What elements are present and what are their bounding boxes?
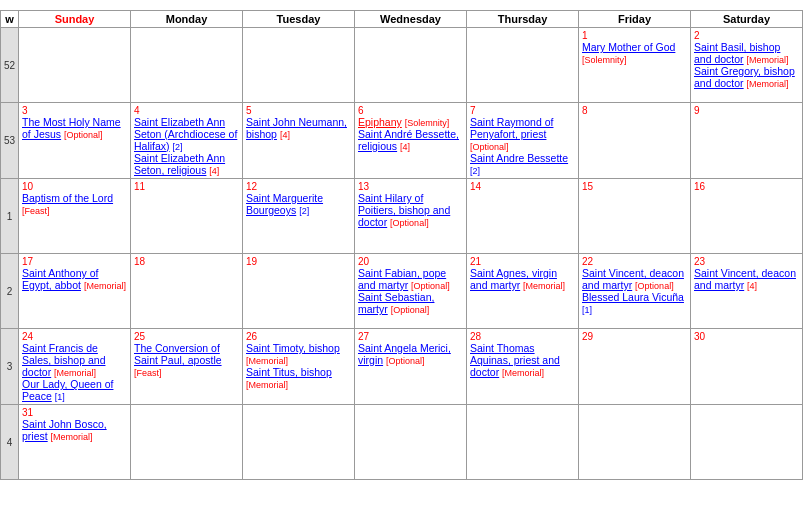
day-number: 13 [358, 181, 463, 192]
feast-entry[interactable]: Saint Andre Bessette [470, 152, 568, 164]
day-number: 27 [358, 331, 463, 342]
feast-entry: [Optional] [635, 281, 674, 291]
day-cell: 11 [131, 179, 243, 254]
day-number: 16 [694, 181, 799, 192]
day-number: 5 [246, 105, 351, 116]
day-cell: 31Saint John Bosco, priest [Memorial] [19, 405, 131, 480]
day-number: 31 [22, 407, 127, 418]
feast-entry[interactable]: Saint Titus, bishop [246, 366, 332, 378]
week-row: 533The Most Holy Name of Jesus [Optional… [1, 103, 803, 179]
day-cell: 2Saint Basil, bishop and doctor [Memoria… [691, 28, 803, 103]
col-header-thursday: Thursday [467, 11, 579, 28]
col-header-tuesday: Tuesday [243, 11, 355, 28]
day-number: 8 [582, 105, 687, 116]
day-number: 11 [134, 181, 239, 192]
day-cell: 26Saint Timoty, bishop [Memorial]Saint T… [243, 329, 355, 405]
calendar-body: 521Mary Mother of God [Solemnity]2Saint … [1, 28, 803, 480]
feast-entry: [Feast] [22, 206, 50, 216]
day-cell [243, 28, 355, 103]
header-row: wSundayMondayTuesdayWednesdayThursdayFri… [1, 11, 803, 28]
day-cell [691, 405, 803, 480]
day-cell: 8 [579, 103, 691, 179]
day-cell: 30 [691, 329, 803, 405]
day-cell: 13Saint Hilary of Poitiers, bishop and d… [355, 179, 467, 254]
day-cell [131, 405, 243, 480]
feast-entry: [Solemnity] [582, 55, 627, 65]
day-number: 6 [358, 105, 463, 116]
day-number: 29 [582, 331, 687, 342]
feast-entry[interactable]: Saint John Neumann, bishop [246, 116, 347, 140]
day-cell: 1Mary Mother of God [Solemnity] [579, 28, 691, 103]
feast-entry[interactable]: Mary Mother of God [582, 41, 675, 53]
day-cell: 9 [691, 103, 803, 179]
week-row: 324Saint Francis de Sales, bishop and do… [1, 329, 803, 405]
day-cell: 25The Conversion of Saint Paul, apostle … [131, 329, 243, 405]
feast-entry: [Solemnity] [405, 118, 450, 128]
feast-entry: [2] [470, 166, 480, 176]
col-header-saturday: Saturday [691, 11, 803, 28]
feast-entry: [Optional] [391, 305, 430, 315]
day-number: 25 [134, 331, 239, 342]
day-number: 3 [22, 105, 127, 116]
day-number: 14 [470, 181, 575, 192]
day-cell: 21Saint Agnes, virgin and martyr [Memori… [467, 254, 579, 329]
feast-entry: [Memorial] [747, 79, 789, 89]
week-row: 431Saint John Bosco, priest [Memorial] [1, 405, 803, 480]
week-row: 110Baptism of the Lord [Feast]1112Saint … [1, 179, 803, 254]
feast-entry[interactable]: Saint Raymond of Penyafort, priest [470, 116, 553, 140]
feast-entry: [Memorial] [54, 368, 96, 378]
feast-entry: [Optional] [470, 142, 509, 152]
feast-entry[interactable]: The Conversion of Saint Paul, apostle [134, 342, 222, 366]
feast-entry[interactable]: Blessed Laura Vicuña [582, 291, 684, 303]
week-row: 217Saint Anthony of Egypt, abbot [Memori… [1, 254, 803, 329]
day-number: 30 [694, 331, 799, 342]
day-number: 21 [470, 256, 575, 267]
feast-entry: [1] [582, 305, 592, 315]
feast-entry: [2] [173, 142, 183, 152]
day-cell: 6Epiphany [Solemnity]Saint André Bessett… [355, 103, 467, 179]
day-number: 28 [470, 331, 575, 342]
feast-entry[interactable]: Epiphany [358, 116, 402, 128]
feast-entry[interactable]: Saint Timoty, bishop [246, 342, 340, 354]
day-number: 23 [694, 256, 799, 267]
feast-entry: [Memorial] [246, 356, 288, 366]
day-cell: 3The Most Holy Name of Jesus [Optional] [19, 103, 131, 179]
day-cell: 14 [467, 179, 579, 254]
col-header-wednesday: Wednesday [355, 11, 467, 28]
feast-entry[interactable]: Saint Marguerite Bourgeoys [246, 192, 323, 216]
day-cell: 29 [579, 329, 691, 405]
day-cell [579, 405, 691, 480]
day-number: 7 [470, 105, 575, 116]
feast-entry[interactable]: Saint Elizabeth Ann Seton (Archdiocese o… [134, 116, 237, 152]
feast-entry: [4] [209, 166, 219, 176]
day-number: 19 [246, 256, 351, 267]
col-header-w: w [1, 11, 19, 28]
day-cell: 12Saint Marguerite Bourgeoys [2] [243, 179, 355, 254]
day-cell: 5Saint John Neumann, bishop [4] [243, 103, 355, 179]
day-cell: 20Saint Fabian, pope and martyr [Optiona… [355, 254, 467, 329]
day-number: 4 [134, 105, 239, 116]
day-cell: 18 [131, 254, 243, 329]
feast-entry: [4] [747, 281, 757, 291]
day-cell [467, 28, 579, 103]
day-number: 9 [694, 105, 799, 116]
feast-entry: [Memorial] [523, 281, 565, 291]
day-cell [355, 405, 467, 480]
day-number: 20 [358, 256, 463, 267]
week-number: 2 [1, 254, 19, 329]
col-header-friday: Friday [579, 11, 691, 28]
day-cell: 10Baptism of the Lord [Feast] [19, 179, 131, 254]
week-number: 53 [1, 103, 19, 179]
day-number: 26 [246, 331, 351, 342]
feast-entry[interactable]: Saint Vincent, deacon and martyr [694, 267, 796, 291]
feast-entry[interactable]: Baptism of the Lord [22, 192, 113, 204]
feast-entry: [4] [280, 130, 290, 140]
feast-entry: [Optional] [411, 281, 450, 291]
day-cell: 17Saint Anthony of Egypt, abbot [Memoria… [19, 254, 131, 329]
week-number: 52 [1, 28, 19, 103]
feast-entry[interactable]: Our Lady, Queen of Peace [22, 378, 113, 402]
col-header-sunday: Sunday [19, 11, 131, 28]
day-number: 1 [582, 30, 687, 41]
feast-entry: [Optional] [64, 130, 103, 140]
feast-entry: [Memorial] [51, 432, 93, 442]
